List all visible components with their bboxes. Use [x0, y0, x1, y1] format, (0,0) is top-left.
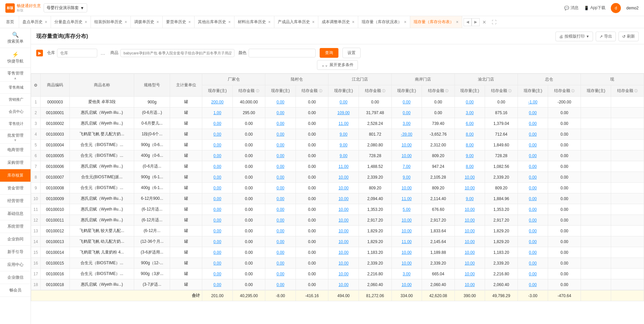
sidebar-item-inventory[interactable]: 库存核算: [0, 169, 31, 182]
tab-item-8[interactable]: 成本调整单历史 ✕: [318, 16, 358, 28]
table-row: 1000100009惠氏启赋（Wyeth illu...)6-12月900...…: [31, 193, 644, 204]
summary-w2-amount: -416.16: [296, 290, 328, 301]
app-download-btn[interactable]: 📱 App下载: [584, 5, 605, 11]
table-row: 1400100013飞鹤星飞帆 幼儿配方奶...(12-36个月...罐0.00…: [31, 236, 644, 247]
tab-close-4[interactable]: ✕: [188, 20, 191, 24]
expand-more-btn[interactable]: ⌄⌄ 展开更多条件: [317, 60, 358, 70]
th-w6-stock: 现存量(主): [581, 85, 611, 97]
sidebar-item-wholesale[interactable]: 批发管理 ▼: [0, 130, 31, 144]
appcenter-label: 应用中心: [1, 262, 29, 268]
settings-icon[interactable]: ⚙: [34, 83, 38, 88]
filter-collapse-btn[interactable]: ▶: [36, 50, 43, 56]
tab-close-6[interactable]: ✕: [268, 20, 271, 24]
sidebar-item-quicknav[interactable]: ⚡ 快捷导航: [0, 48, 31, 68]
membership-label: 畅会员: [1, 287, 29, 293]
summary-w1-stock: 201.00: [202, 290, 233, 301]
sidebar-item-appcenter[interactable]: 应用中心: [0, 259, 31, 271]
industry-selector[interactable]: 母婴行业演示陈套 ▼: [44, 3, 87, 12]
sidebar-item-ecommerce[interactable]: 电商管理: [0, 144, 31, 156]
sidebar-item-enterprise[interactable]: 企业协同: [0, 233, 31, 246]
goods-input[interactable]: [120, 49, 234, 57]
tab-close-0[interactable]: ✕: [45, 20, 47, 24]
tab-close-10[interactable]: ✕: [456, 20, 459, 24]
tab-close-3[interactable]: ✕: [156, 20, 159, 24]
print-btn[interactable]: 🖨 按模版打印 ▼: [555, 32, 593, 41]
color-label: 颜色: [238, 50, 247, 56]
tab-item-6[interactable]: 材料出库单历史 ✕: [234, 16, 274, 28]
tab-item-4[interactable]: 要货单历史 ✕: [163, 16, 195, 28]
tab-close-9[interactable]: ✕: [404, 20, 407, 24]
filter-goods: 商品: [110, 49, 234, 57]
sidebar-item-retail-mall[interactable]: 零售商城: [0, 82, 31, 94]
sidebar-item-marketing[interactable]: 营销推广: [0, 94, 31, 106]
sidebar-item-basics[interactable]: 基础信息: [0, 207, 31, 220]
sidebar-item-search[interactable]: 🔍 搜索英单: [0, 28, 31, 48]
export-btn[interactable]: ↗ 导出: [596, 32, 616, 41]
th-warehouse-1: 陆村仓: [265, 74, 328, 85]
tab-item-10[interactable]: 现存量（库存分布表） ✕: [410, 16, 462, 28]
tab-close-1[interactable]: ✕: [85, 20, 87, 24]
summary-row: 合计 201.00 40,295.00 -8.00 -416.16 494.00…: [31, 290, 644, 301]
enterprise-label: 企业协同: [1, 236, 29, 242]
tab-expand-btn[interactable]: ⛶: [489, 19, 499, 25]
wechat-label: 企业微信: [1, 275, 29, 280]
tab-item-5[interactable]: 其他出库单历史 ✕: [195, 16, 234, 28]
tab-prev-btn[interactable]: ◀: [464, 18, 472, 26]
warehouse-dots[interactable]: ...: [99, 50, 106, 56]
home-label: 首页: [6, 19, 14, 25]
data-table: ⚙ 商品编码 商品名称 规格型号 主计量单位: [31, 74, 644, 301]
tab-item-1[interactable]: 分量盘点单历史 ✕: [51, 16, 91, 28]
tab-nav-btns: ◀ ▶ ✕ ⛶: [464, 18, 499, 26]
table-row: 300100002惠氏启赋（Wyeth illu...)0-6月婴儿...罐0.…: [31, 118, 644, 129]
user-avatar[interactable]: d: [611, 3, 621, 13]
user-initial: d: [615, 6, 617, 10]
settings-btn[interactable]: 设置: [342, 48, 361, 58]
tab-home[interactable]: 首页: [1, 16, 19, 28]
summary-w1-amount: 40,295.00: [232, 290, 265, 301]
tab-close-5[interactable]: ✕: [228, 20, 231, 24]
sidebar-item-purchase[interactable]: 采购管理: [0, 156, 31, 169]
user-name[interactable]: demo2: [626, 6, 639, 10]
tab-close-all-btn[interactable]: ✕: [480, 19, 489, 25]
chevron-down-icon: ▼: [80, 6, 84, 10]
color-input[interactable]: [249, 49, 316, 57]
tab-close-7[interactable]: ✕: [312, 20, 315, 24]
message-icon: 💬: [564, 6, 569, 10]
th-warehouse-5: 总仓: [518, 74, 581, 85]
tab-label-2: 组装拆卸单历史: [94, 19, 122, 25]
query-btn[interactable]: 查询: [320, 48, 338, 58]
sidebar-wholesale-label: 批发管理: [1, 133, 29, 138]
tab-next-btn[interactable]: ▶: [472, 18, 480, 26]
tab-item-7[interactable]: 产成品入库单历史 ✕: [274, 16, 318, 28]
sidebar-item-finance[interactable]: 资金管理: [0, 182, 31, 195]
refresh-btn[interactable]: ↺ 刷新: [619, 32, 639, 41]
marketing-label: 营销推广: [3, 97, 29, 102]
sidebar-item-guide[interactable]: 新手引导: [0, 246, 31, 259]
summary-w4-amount: 42,620.08: [422, 290, 455, 301]
tab-item-3[interactable]: 调拨单历史 ✕: [131, 16, 163, 28]
sidebar-item-system[interactable]: 系统管理: [0, 220, 31, 233]
tab-item-0[interactable]: 盘点单历史 ✕: [19, 16, 51, 28]
warehouse-input[interactable]: [57, 49, 97, 57]
summary-extra1: [581, 290, 611, 301]
tab-item-9[interactable]: 现存量（库存状况表） ✕: [358, 16, 410, 28]
table-row: 1700100016合生元（BIOSTIME）...900g（3岁...罐0.0…: [31, 269, 644, 279]
sidebar-item-member[interactable]: 会员中心: [0, 106, 31, 118]
sidebar-item-membership[interactable]: 畅会员: [0, 284, 31, 297]
sidebar-item-operations[interactable]: 经营管理: [0, 195, 31, 207]
table-row: 500100004合生元（BIOSTIME）...900g（0-6...罐0.0…: [31, 140, 644, 150]
th-w1-stock: 现存量(主): [265, 85, 296, 97]
tab-close-2[interactable]: ✕: [124, 20, 127, 24]
sidebar-item-wechat[interactable]: 企业微信: [0, 271, 31, 284]
sidebar-item-retail[interactable]: 零售管理 ▲: [0, 68, 31, 82]
tab-close-8[interactable]: ✕: [352, 20, 355, 24]
tab-item-2[interactable]: 组装拆卸单历史 ✕: [91, 16, 131, 28]
operations-label: 经营管理: [1, 198, 29, 204]
sidebar-retail-label: 零售管理: [1, 71, 29, 76]
page-title: 现存量查询(库存分布): [36, 33, 88, 40]
sidebar-item-retail-stats[interactable]: 零售统计: [0, 118, 31, 130]
th-warehouse-3: 南岸门店: [391, 74, 454, 85]
summary-w5-amount: 49,798.29: [485, 290, 518, 301]
message-btn[interactable]: 💬 消息: [564, 5, 579, 11]
member-label: 会员中心: [3, 109, 29, 114]
